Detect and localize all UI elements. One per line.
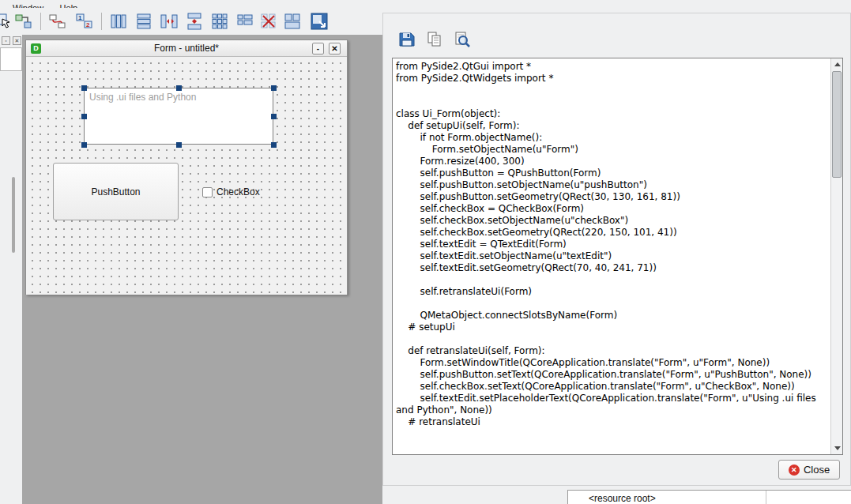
- splitter-horizontal-icon[interactable]: [159, 11, 179, 32]
- vertical-scrollbar[interactable]: [830, 58, 842, 454]
- textedit-widget[interactable]: Using .ui files and Python: [84, 88, 273, 145]
- close-button[interactable]: ✕: [329, 43, 341, 55]
- checkbox-indicator[interactable]: [202, 187, 213, 197]
- designer-form-icon: D: [31, 43, 41, 54]
- layout-grid-icon[interactable]: [209, 11, 230, 32]
- close-circle-icon: ✕: [789, 465, 800, 476]
- code-preview-dialog: from PySide2.QtGui import * from PySide2…: [382, 13, 851, 486]
- adjust-size-icon[interactable]: [309, 11, 329, 32]
- toolbar-separator: [40, 13, 41, 30]
- scroll-down-icon[interactable]: [831, 442, 843, 454]
- menu-bar: Window Help: [0, 0, 382, 8]
- scroll-up-icon[interactable]: [831, 58, 843, 70]
- resize-handle-mid-right[interactable]: [271, 114, 277, 119]
- resize-handle-top-center[interactable]: [176, 85, 182, 91]
- simplify-grid-icon[interactable]: [282, 11, 303, 32]
- layout-vertical-icon[interactable]: [134, 11, 154, 32]
- code-view[interactable]: from PySide2.QtGui import * from PySide2…: [392, 58, 843, 455]
- resource-root-item[interactable]: <resource root>: [589, 493, 656, 504]
- dock-float-button[interactable]: ▫: [2, 36, 10, 45]
- edit-signals-slots-icon[interactable]: [13, 11, 34, 32]
- checkbox-widget[interactable]: CheckBox: [202, 186, 260, 197]
- svg-text:1: 1: [78, 14, 82, 21]
- qt-designer-window: Window Help 12: [0, 0, 851, 504]
- minimize-button[interactable]: -: [312, 43, 324, 55]
- resize-handle-top-right[interactable]: [271, 85, 277, 91]
- resize-handle-bottom-left[interactable]: [81, 142, 87, 148]
- left-dock-panel: ▫ ✕: [0, 35, 22, 504]
- dialog-close-button[interactable]: ✕ Close: [778, 460, 840, 480]
- edit-buddies-icon[interactable]: [47, 11, 68, 32]
- form-window-titlebar[interactable]: D Form - untitled* - ✕: [26, 40, 347, 57]
- form-canvas[interactable]: Using .ui files and Python PushButton Ch…: [26, 57, 347, 295]
- checkbox-label: CheckBox: [217, 186, 260, 197]
- code-text[interactable]: from PySide2.QtGui import * from PySide2…: [393, 58, 842, 431]
- save-icon[interactable]: [397, 29, 417, 50]
- resize-handle-bottom-center[interactable]: [176, 142, 182, 148]
- resize-handle-top-left[interactable]: [81, 85, 87, 91]
- widget-filter-box[interactable]: [0, 47, 22, 71]
- form-window-title: Form - untitled*: [26, 43, 347, 54]
- dock-close-button[interactable]: ✕: [13, 36, 21, 45]
- resource-browser-panel: <resource root>: [567, 490, 851, 504]
- layout-horizontal-icon[interactable]: [108, 11, 129, 32]
- form-editor-window: D Form - untitled* - ✕ Using .ui files a…: [25, 39, 348, 295]
- resize-handle-bottom-right[interactable]: [271, 142, 277, 148]
- edit-tab-order-icon[interactable]: 12: [74, 11, 95, 32]
- break-layout-icon[interactable]: [258, 11, 279, 32]
- pushbutton-widget[interactable]: PushButton: [53, 163, 179, 220]
- close-button-label: Close: [804, 464, 830, 476]
- edit-widgets-icon[interactable]: [0, 11, 13, 32]
- column-divider: [766, 491, 766, 504]
- dock-scrollbar[interactable]: [12, 177, 15, 253]
- textedit-placeholder: Using .ui files and Python: [85, 88, 273, 106]
- splitter-vertical-icon[interactable]: [184, 11, 205, 32]
- scrollbar-thumb[interactable]: [832, 71, 842, 178]
- mdi-workspace: D Form - untitled* - ✕ Using .ui files a…: [22, 35, 382, 504]
- layout-form-icon[interactable]: [235, 11, 255, 32]
- toolbar-separator: [101, 13, 102, 30]
- dialog-toolbar: [397, 29, 473, 50]
- main-toolbar: 12: [0, 8, 382, 35]
- find-icon[interactable]: [452, 29, 473, 50]
- copy-icon[interactable]: [424, 29, 445, 50]
- svg-text:2: 2: [86, 21, 90, 28]
- resize-handle-mid-left[interactable]: [81, 114, 87, 119]
